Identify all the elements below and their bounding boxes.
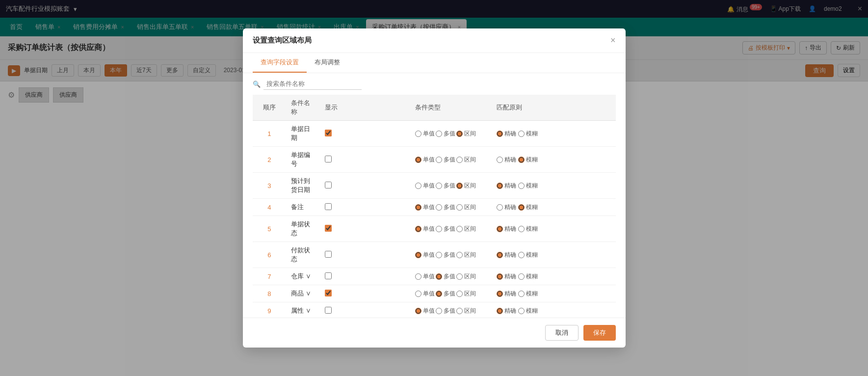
modal-tab-layout-label: 布局调整 — [315, 58, 340, 66]
modal-table: 顺序 条件名称 显示 条件类型 匹配原则 1单据日期单值多值区间精确模糊2单据编… — [243, 95, 626, 112]
col-name: 条件名称 — [286, 95, 320, 112]
modal-header: 设置查询区域布局 × — [243, 28, 626, 53]
modal-close-button[interactable]: × — [610, 35, 616, 46]
modal-tabs: 查询字段设置 布局调整 — [243, 53, 626, 73]
modal-search-area: 🔍 — [243, 73, 626, 95]
col-type: 条件类型 — [410, 95, 491, 112]
col-order: 顺序 — [253, 95, 287, 112]
modal-title: 设置查询区域布局 — [253, 36, 312, 45]
col-match: 匹配原则 — [492, 95, 616, 112]
col-display: 显示 — [320, 95, 410, 112]
search-icon: 🔍 — [253, 81, 261, 88]
modal-tab-query-fields[interactable]: 查询字段设置 — [253, 53, 307, 73]
modal-search-input[interactable] — [263, 78, 362, 90]
modal-overlay: 设置查询区域布局 × 查询字段设置 布局调整 🔍 顺序 条件名称 — [0, 0, 868, 112]
modal: 设置查询区域布局 × 查询字段设置 布局调整 🔍 顺序 条件名称 — [243, 28, 626, 112]
modal-tab-query-fields-label: 查询字段设置 — [261, 58, 299, 66]
table-header-row: 顺序 条件名称 显示 条件类型 匹配原则 — [253, 95, 616, 112]
modal-tab-layout[interactable]: 布局调整 — [307, 53, 348, 73]
